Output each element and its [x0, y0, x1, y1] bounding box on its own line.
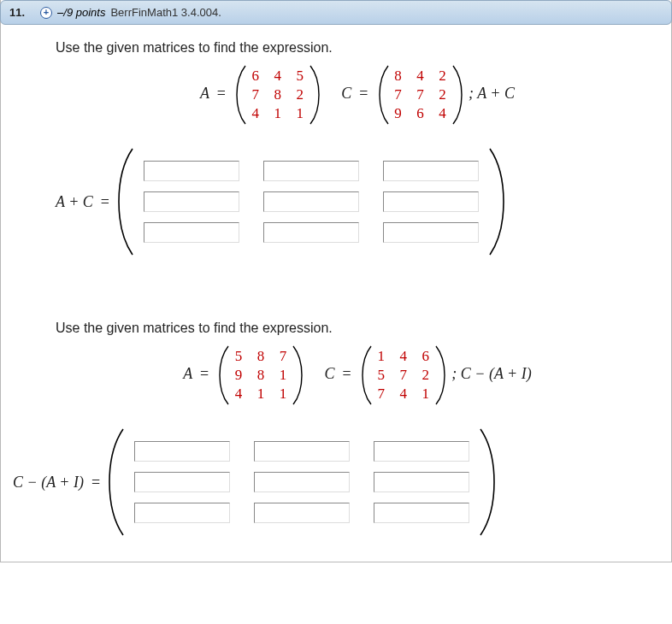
answer-cell-1-11[interactable]	[263, 191, 359, 212]
answer-cell-2-22[interactable]	[374, 503, 469, 523]
answer-cell-1-10[interactable]	[144, 191, 239, 212]
right-paren-icon	[434, 344, 446, 406]
answer-cell-2-00[interactable]	[134, 441, 230, 462]
right-paren-icon	[478, 427, 497, 538]
expression-suffix-2: ; C − (A + I)	[451, 365, 531, 382]
question-body: Use the given matrices to find the expre…	[1, 25, 671, 562]
answer-label-1: A + C =	[56, 193, 109, 211]
answer-row-2: C − (A + I) =	[13, 427, 659, 538]
question-header: 11. + –/9 points BerrFinMath1 3.4.004.	[0, 0, 672, 25]
answer-cell-2-10[interactable]	[134, 472, 230, 492]
answer-cell-1-20[interactable]	[144, 222, 239, 243]
left-paren-icon	[107, 427, 126, 538]
answer-cell-1-12[interactable]	[383, 191, 479, 212]
right-paren-icon	[292, 344, 304, 406]
answer-cell-2-12[interactable]	[374, 472, 469, 492]
answer-label-2: C − (A + I) =	[13, 474, 100, 492]
prompt-text-2: Use the given matrices to find the expre…	[56, 321, 659, 336]
matrix-A-label-2: A	[183, 365, 192, 382]
answer-cell-1-21[interactable]	[263, 222, 359, 243]
matrix-C-1: 842 772 964	[378, 64, 463, 126]
answer-cell-2-01[interactable]	[254, 441, 350, 462]
answer-cell-1-00[interactable]	[144, 161, 239, 181]
left-paren-icon	[361, 344, 373, 406]
points-label: –/9 points	[57, 6, 105, 19]
question-source: BerrFinMath1 3.4.004.	[110, 6, 221, 19]
given-matrices-1: A = 645 782 411 C = 842 772 964	[56, 64, 659, 126]
matrix-C-label-2: C	[325, 365, 335, 382]
answer-cell-1-02[interactable]	[383, 161, 479, 181]
answer-cell-2-21[interactable]	[254, 503, 350, 523]
left-paren-icon	[116, 146, 135, 257]
answer-cell-1-22[interactable]	[383, 222, 479, 243]
expression-suffix-1: ; A + C	[469, 85, 515, 102]
prompt-text-1: Use the given matrices to find the expre…	[56, 40, 659, 56]
right-paren-icon	[487, 146, 506, 257]
expand-icon[interactable]: +	[40, 7, 52, 19]
answer-cell-2-02[interactable]	[374, 441, 469, 462]
right-paren-icon	[309, 64, 321, 126]
answer-matrix-1	[116, 146, 506, 257]
question-container: 11. + –/9 points BerrFinMath1 3.4.004. U…	[0, 0, 672, 562]
matrix-C-2: 146 572 741	[361, 344, 446, 406]
right-paren-icon	[451, 64, 463, 126]
matrix-A-1: 645 782 411	[235, 64, 321, 126]
given-matrices-2: A = 587 981 411 C = 146 572 741	[56, 344, 659, 406]
matrix-C-label: C	[341, 85, 351, 102]
left-paren-icon	[235, 64, 247, 126]
matrix-A-2: 587 981 411	[218, 344, 304, 406]
matrix-A-label: A	[200, 85, 209, 102]
answer-cell-1-01[interactable]	[263, 161, 359, 181]
answer-cell-2-11[interactable]	[254, 472, 350, 492]
answer-matrix-2	[107, 427, 497, 538]
answer-cell-2-20[interactable]	[134, 503, 230, 523]
left-paren-icon	[218, 344, 230, 406]
question-number: 11.	[9, 6, 25, 19]
left-paren-icon	[378, 64, 390, 126]
answer-row-1: A + C =	[56, 146, 659, 257]
